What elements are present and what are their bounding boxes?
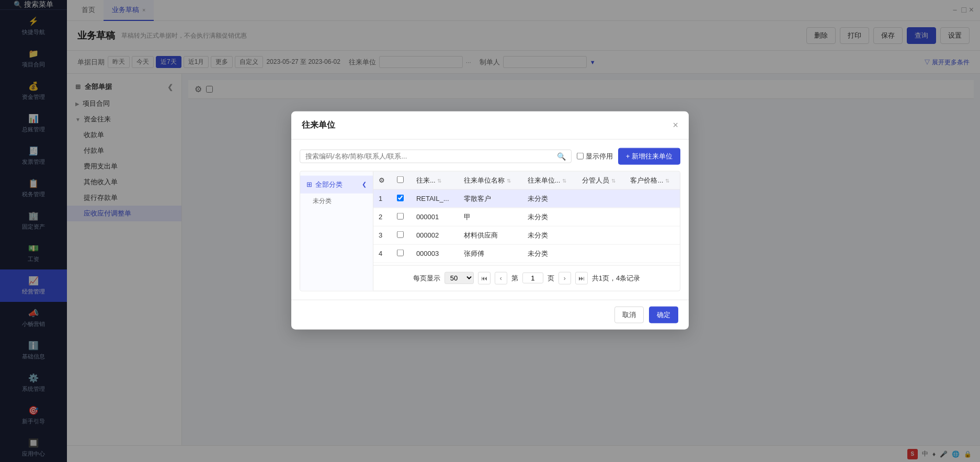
show-disabled-checkbox[interactable] — [577, 153, 584, 160]
page-label: 第 — [511, 273, 518, 283]
dialog-pagination: 每页显示 50 20 100 ⏮ ‹ 第 页 › ⏭ 共1页，4条记录 — [373, 265, 680, 290]
th-category[interactable]: 往来单位... ⇅ — [522, 171, 577, 189]
sort-code-icon[interactable]: ⇅ — [437, 177, 441, 183]
table-row[interactable]: 2 000001 甲 未分类 — [373, 208, 680, 226]
sort-manager-icon[interactable]: ⇅ — [611, 177, 616, 183]
last-page-btn[interactable]: ⏭ — [575, 272, 588, 284]
grid-icon: ⊞ — [306, 181, 312, 188]
add-partner-button[interactable]: + 新增往来单位 — [618, 148, 680, 164]
search-box: 🔍 — [300, 149, 572, 163]
sort-category-icon[interactable]: ⇅ — [562, 177, 566, 183]
row-num: 4 — [373, 244, 392, 263]
th-manager[interactable]: 分管人员 ⇅ — [577, 171, 625, 189]
search-icon: 🔍 — [557, 152, 566, 160]
row-checkbox[interactable] — [392, 244, 411, 263]
nav-all-category[interactable]: ⊞ 全部分类 ❮ — [300, 175, 373, 193]
prev-page-btn[interactable]: ‹ — [495, 272, 507, 284]
page-input[interactable] — [522, 273, 543, 284]
row-code: 000001 — [411, 208, 459, 226]
th-price[interactable]: 客户价格... ⇅ — [625, 171, 680, 189]
row-name: 材料供应商 — [459, 226, 522, 244]
row-price — [625, 208, 680, 226]
partner-dialog: 往来单位 × 🔍 显示停用 + 新增往来单位 ⊞ 全部分类 ❮ — [291, 111, 689, 329]
dialog-table-wrapper: ⚙ 往来... ⇅ 往来单位名称 ⇅ — [373, 171, 680, 290]
th-code[interactable]: 往来... ⇅ — [411, 171, 459, 189]
row-category: 未分类 — [522, 244, 577, 263]
row-checkbox[interactable] — [392, 189, 411, 208]
row-category: 未分类 — [522, 208, 577, 226]
row-code: RETAIL_... — [411, 189, 459, 208]
first-page-btn[interactable]: ⏮ — [478, 272, 491, 284]
row-code: 000002 — [411, 226, 459, 244]
table-scroll: ⚙ 往来... ⇅ 往来单位名称 ⇅ — [373, 171, 680, 263]
row-manager — [577, 226, 625, 244]
sort-price-icon[interactable]: ⇅ — [665, 177, 669, 183]
table-row[interactable]: 3 000002 材料供应商 未分类 — [373, 226, 680, 244]
per-page-select[interactable]: 50 20 100 — [445, 272, 474, 284]
next-page-btn[interactable]: › — [559, 272, 571, 284]
dialog-header: 往来单位 × — [291, 111, 689, 139]
th-settings[interactable]: ⚙ — [373, 171, 392, 189]
row-category: 未分类 — [522, 189, 577, 208]
page-suffix: 页 — [548, 273, 554, 283]
dialog-search-input[interactable] — [305, 152, 554, 160]
row-num: 3 — [373, 226, 392, 244]
th-checkbox[interactable] — [392, 171, 411, 189]
row-num: 2 — [373, 208, 392, 226]
partner-table: ⚙ 往来... ⇅ 往来单位名称 ⇅ — [373, 171, 680, 263]
total-label: 共1页，4条记录 — [592, 273, 640, 283]
row-price — [625, 244, 680, 263]
row-price — [625, 189, 680, 208]
row-price — [625, 226, 680, 244]
row-manager — [577, 189, 625, 208]
table-row[interactable]: 4 000003 张师傅 未分类 — [373, 244, 680, 263]
th-name[interactable]: 往来单位名称 ⇅ — [459, 171, 522, 189]
row-checkbox[interactable] — [392, 208, 411, 226]
dialog-body: 🔍 显示停用 + 新增往来单位 ⊞ 全部分类 ❮ 未分类 — [291, 139, 689, 299]
row-checkbox[interactable] — [392, 226, 411, 244]
select-all-dialog[interactable] — [397, 176, 404, 183]
cancel-button[interactable]: 取消 — [614, 306, 644, 323]
row-name: 张师傅 — [459, 244, 522, 263]
row-manager — [577, 208, 625, 226]
sort-name-icon[interactable]: ⇅ — [507, 177, 511, 183]
dialog-close-icon[interactable]: × — [673, 119, 678, 130]
row-category: 未分类 — [522, 226, 577, 244]
dialog-content: ⊞ 全部分类 ❮ 未分类 ⚙ — [300, 171, 680, 291]
dialog-title: 往来单位 — [302, 119, 335, 130]
nav-uncategorized[interactable]: 未分类 — [300, 193, 373, 208]
dialog-toolbar: 🔍 显示停用 + 新增往来单位 — [300, 148, 680, 164]
confirm-button[interactable]: 确定 — [649, 306, 678, 323]
table-row[interactable]: 1 RETAIL_... 零散客户 未分类 — [373, 189, 680, 208]
dialog-leftnav: ⊞ 全部分类 ❮ 未分类 — [300, 171, 373, 290]
row-code: 000003 — [411, 244, 459, 263]
row-name: 甲 — [459, 208, 522, 226]
nav-collapse-icon[interactable]: ❮ — [362, 181, 367, 188]
row-manager — [577, 244, 625, 263]
row-name: 零散客户 — [459, 189, 522, 208]
per-page-label: 每页显示 — [413, 273, 440, 283]
show-disabled-label: 显示停用 — [577, 151, 613, 161]
row-num: 1 — [373, 189, 392, 208]
dialog-footer: 取消 确定 — [291, 299, 689, 329]
